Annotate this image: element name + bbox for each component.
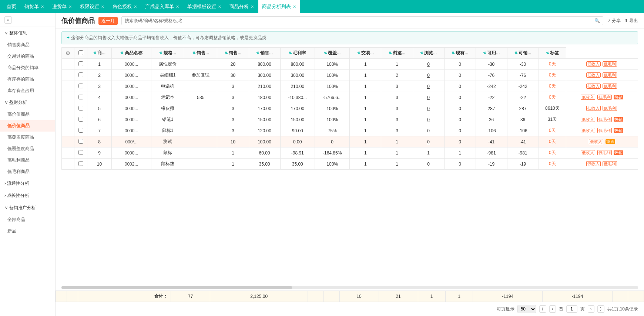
- scroll-bar[interactable]: [61, 286, 638, 289]
- cell-browse2: 1: [444, 147, 476, 159]
- row-checkbox[interactable]: [78, 61, 83, 66]
- select-all-checkbox[interactable]: [78, 50, 83, 55]
- cell-code: 0000...: [112, 125, 151, 136]
- row-checkbox[interactable]: [78, 106, 83, 111]
- close-icon[interactable]: ✕: [41, 4, 44, 9]
- cell-days: 0天: [539, 147, 566, 159]
- info-bar: ✦ 这部分商品的销售收入大幅低于商品平均销售收入，价值不高，可考虑调整营销策略，…: [61, 31, 638, 44]
- table-row: 7 0000... 鼠标1 3 120.00 90.00 75% 1 3 0 0…: [62, 125, 638, 136]
- sidebar-item-stock-funds[interactable]: 库存资金占用: [0, 85, 55, 96]
- sidebar-item-new-products[interactable]: 新品: [0, 225, 55, 237]
- row-checkbox[interactable]: [78, 128, 83, 133]
- total-records: 共1页,10条记录: [607, 306, 638, 312]
- close-icon[interactable]: ✕: [176, 4, 179, 9]
- nav-product-in[interactable]: 产成品入库单 ✕: [141, 0, 183, 13]
- close-icon[interactable]: ✕: [293, 4, 296, 9]
- sidebar-group-marketing[interactable]: ∨ 营销推广分析: [0, 202, 55, 214]
- sidebar-item-high-profit[interactable]: 高毛利商品: [0, 154, 55, 166]
- cell-browse1[interactable]: 0: [413, 70, 444, 81]
- sidebar-item-low-profit[interactable]: 低毛利商品: [0, 166, 55, 177]
- col-checkbox[interactable]: [74, 48, 87, 59]
- sidebar-item-high-value[interactable]: 高价值商品: [0, 109, 55, 120]
- cell-browse1[interactable]: 0: [413, 59, 444, 70]
- collapse-sidebar-btn[interactable]: «: [4, 16, 12, 24]
- row-checkbox[interactable]: [78, 117, 83, 122]
- sidebar-item-category-rate[interactable]: 商品分类的销率: [0, 62, 55, 74]
- sidebar-item-traded-products[interactable]: 交易过的商品: [0, 51, 55, 62]
- close-icon[interactable]: ✕: [134, 4, 137, 9]
- cell-checkbox[interactable]: [74, 59, 87, 70]
- nav-product-analysis[interactable]: 商品分析 ✕: [226, 0, 258, 13]
- cell-browse1[interactable]: 0: [413, 125, 444, 136]
- sidebar-group-circulation[interactable]: › 流通性分析: [0, 177, 55, 190]
- row-checkbox[interactable]: [78, 161, 83, 166]
- search-input[interactable]: [125, 18, 593, 23]
- sidebar-group-finance[interactable]: ∨ 盈财分析: [0, 96, 55, 109]
- total-saleable: [612, 291, 628, 302]
- cell-checkbox[interactable]: [74, 136, 87, 147]
- cell-checkbox[interactable]: [74, 81, 87, 92]
- cell-browse1[interactable]: 0: [413, 114, 444, 125]
- per-page-select[interactable]: 50 100 200: [517, 305, 536, 313]
- table-area[interactable]: ⚙ ⇅ 商... ⇅ 商品名称 ⇅ 规格... ⇅ 销售... ⇅ 销售... …: [56, 47, 644, 286]
- cell-code: 0000...: [112, 81, 151, 92]
- sidebar-item-low-coverage[interactable]: 低覆盖度商品: [0, 143, 55, 154]
- row-checkbox[interactable]: [78, 95, 83, 99]
- row-checkbox[interactable]: [78, 150, 83, 155]
- cell-browse1[interactable]: 0: [413, 103, 444, 114]
- cell-gross-margin: 100%: [315, 59, 349, 70]
- cell-sales-qty: 3: [217, 125, 249, 136]
- row-checkbox[interactable]: [78, 72, 83, 77]
- page-input[interactable]: [566, 305, 577, 313]
- sidebar-group-growth[interactable]: › 成长性分析: [0, 190, 55, 202]
- cell-trade: 3: [381, 92, 413, 103]
- cell-coverage: 1: [350, 81, 381, 92]
- close-icon[interactable]: ✕: [218, 4, 221, 9]
- cell-checkbox[interactable]: [74, 125, 87, 136]
- main-layout: « ∨ 整体信息 销售类商品 交易过的商品 商品分类的销率 有库存的商品 库存资…: [0, 13, 644, 316]
- cell-browse1[interactable]: 0: [413, 159, 444, 170]
- close-icon[interactable]: ✕: [68, 4, 72, 9]
- cell-checkbox[interactable]: [74, 159, 87, 170]
- cell-seq: 3: [87, 81, 111, 92]
- cell-checkbox[interactable]: [74, 114, 87, 125]
- gear-icon[interactable]: ⚙: [66, 50, 70, 56]
- next-page-btn[interactable]: ›: [588, 305, 594, 313]
- nav-template[interactable]: 单据模板设置 ✕: [184, 0, 225, 13]
- cell-browse1[interactable]: 0: [413, 136, 444, 147]
- export-btn[interactable]: ⬆ 导出: [624, 18, 638, 24]
- sidebar-item-all-products[interactable]: 全部商品: [0, 214, 55, 225]
- cell-current-stock: -981: [476, 147, 507, 159]
- cell-checkbox[interactable]: [74, 147, 87, 159]
- nav-sales[interactable]: 销货单 ✕: [21, 0, 48, 13]
- nav-permissions[interactable]: 权限设置 ✕: [76, 0, 108, 13]
- close-icon[interactable]: ✕: [101, 4, 104, 9]
- filter-tag-btn[interactable]: 近一月: [98, 17, 118, 25]
- sidebar-item-high-coverage[interactable]: 高覆盖度商品: [0, 132, 55, 143]
- last-page-btn[interactable]: ⟩: [597, 305, 604, 313]
- cell-browse1[interactable]: 0: [413, 81, 444, 92]
- cell-checkbox[interactable]: [74, 92, 87, 103]
- cell-browse1[interactable]: 0: [413, 92, 444, 103]
- cell-sales-profit: 0.00: [280, 136, 315, 147]
- row-checkbox[interactable]: [78, 139, 83, 144]
- row-checkbox[interactable]: [78, 84, 83, 88]
- sidebar-item-sales-products[interactable]: 销售类商品: [0, 39, 55, 51]
- nav-purchase[interactable]: 进货单 ✕: [48, 0, 76, 13]
- col-gear[interactable]: ⚙: [62, 48, 74, 59]
- cell-browse1[interactable]: 1: [413, 147, 444, 159]
- cell-checkbox[interactable]: [74, 103, 87, 114]
- share-btn[interactable]: ↗ 分享: [607, 18, 621, 24]
- sidebar-item-stocked-products[interactable]: 有库存的商品: [0, 74, 55, 85]
- cell-checkbox[interactable]: [74, 70, 87, 81]
- nav-home[interactable]: 首页: [3, 0, 20, 13]
- nav-roles[interactable]: 角色授权 ✕: [109, 0, 141, 13]
- data-table: ⚙ ⇅ 商... ⇅ 商品名称 ⇅ 规格... ⇅ 销售... ⇅ 销售... …: [61, 47, 638, 170]
- sidebar-group-overall[interactable]: ∨ 整体信息: [0, 27, 55, 39]
- first-page-btn[interactable]: ⟨: [539, 305, 546, 313]
- sidebar-item-low-value[interactable]: 低价值商品: [0, 120, 55, 132]
- search-icon[interactable]: 🔍: [594, 18, 600, 23]
- close-icon[interactable]: ✕: [251, 4, 254, 9]
- nav-product-analysis-list[interactable]: 商品分析列表 ✕: [258, 0, 300, 13]
- prev-page-btn[interactable]: ‹: [549, 305, 556, 313]
